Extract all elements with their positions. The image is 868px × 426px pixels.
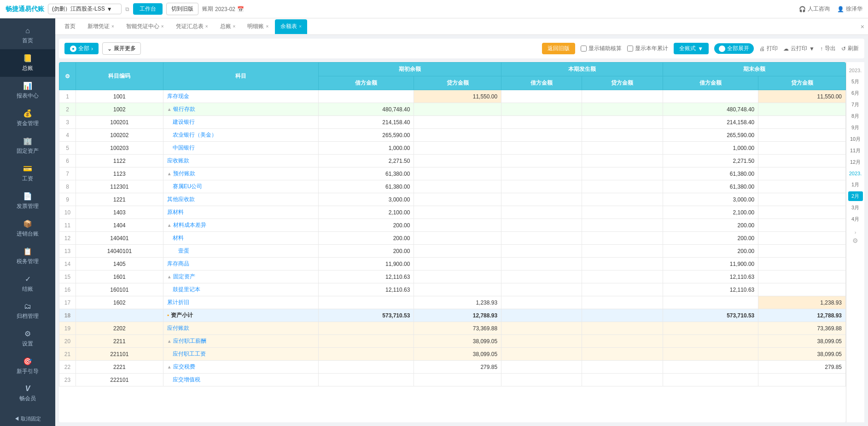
account-name-link[interactable]: 应交税费 [173,363,195,370]
tab-voucher-add[interactable]: 新增凭证 × [82,19,120,34]
row-name[interactable]: 建设银行 [163,116,318,129]
sidebar-item-purchase[interactable]: 📦 进销台账 [0,215,55,242]
expand-button[interactable]: ⌄ 展开更多 [102,42,141,55]
tab-balance-sheet[interactable]: 余额表 × [275,19,307,34]
month-11[interactable]: 11月 [848,146,863,155]
row-name[interactable]: 应付账款 [163,322,318,335]
tab-balance-sheet-close[interactable]: × [299,24,302,29]
row-name[interactable]: 应交增值税 [163,374,318,386]
sidebar-item-settings[interactable]: ⚙ 设置 [0,325,55,352]
row-name[interactable]: 壹蛋 [163,245,318,258]
expand-row-icon[interactable]: ▲ [167,364,172,369]
row-name[interactable]: 中国银行 [163,142,318,155]
workbench-button[interactable]: 工作台 [133,3,163,15]
company-selector[interactable]: (勿删）江西股圣-LSS ▼ [48,4,122,14]
month-7[interactable]: 7月 [848,100,863,109]
show-ytd-checkbox[interactable]: 显示本年累计 [627,45,668,52]
cloud-print-button[interactable]: ☁ 云打印 ▼ [783,45,815,52]
account-name-link[interactable]: 壹蛋 [178,248,189,254]
row-name[interactable]: 库存商品 [163,258,318,271]
unpin-button[interactable]: ◀ 取消固定 [0,412,55,426]
month-8[interactable]: 8月 [848,111,863,121]
sidebar-item-home[interactable]: ⌂ 首页 [0,22,55,49]
return-old-button[interactable]: 返回旧版 [542,43,575,54]
copy-icon[interactable]: ⧉ [125,6,129,12]
row-name[interactable]: 鼓提里记本 [163,283,318,296]
tab-detailed-ledger[interactable]: 明细账 × [242,19,274,34]
month-6[interactable]: 6月 [848,88,863,98]
month-12[interactable]: 12月 [848,157,863,167]
tab-general-ledger-close[interactable]: × [233,24,236,29]
month-9[interactable]: 9月 [848,123,863,132]
month-5[interactable]: 5月 [848,77,863,86]
account-name-link[interactable]: 中国银行 [173,144,195,151]
month-1[interactable]: 1月 [848,180,863,190]
all-button[interactable]: ● 全部 › [64,43,99,54]
tab-bar-close[interactable]: × [861,23,864,30]
show-ytd-input[interactable] [627,46,633,52]
row-name[interactable]: ▲ 应交税费 [163,361,318,374]
account-name-link[interactable]: 预付账款 [173,170,195,177]
expand-row-icon[interactable]: ▲ [167,171,172,176]
row-name[interactable]: ▲ 应付职工薪酬 [163,335,318,348]
show-aux-checkbox[interactable]: 显示辅助核算 [581,45,622,52]
sidebar-item-invoice[interactable]: 📄 发票管理 [0,187,55,215]
row-name[interactable]: ▲ 材料成本差异 [163,219,318,232]
row-name[interactable]: 应付职工工资 [163,348,318,361]
month-4[interactable]: 4月 [848,214,863,224]
row-name[interactable]: 原材料 [163,206,318,219]
sidebar-item-archive[interactable]: 🗂 归档管理 [0,298,55,325]
row-name[interactable]: ▲ 预付账款 [163,167,318,180]
sidebar-item-fixed-assets[interactable]: 🏢 固定资产 [0,132,55,160]
row-name[interactable]: 累计折旧 [163,296,318,309]
account-name-link[interactable]: 库存商品 [167,260,189,267]
expand-row-icon[interactable]: ▲ [167,107,172,112]
account-name-link[interactable]: 赛属EU公司 [173,183,203,190]
print-button[interactable]: 🖨 打印 [759,45,778,52]
row-name[interactable]: 应收账款 [163,155,318,167]
sidebar-item-tax[interactable]: 📋 税务管理 [0,242,55,270]
export-button[interactable]: ↑ 导出 [820,45,836,52]
account-name-link[interactable]: 累计折旧 [167,299,189,305]
tab-voucher-summary-close[interactable]: × [205,24,208,29]
sidebar-item-member[interactable]: V 畅会员 [0,380,55,407]
account-name-link[interactable]: 库存现金 [167,93,189,99]
consult-button[interactable]: 🎧 人工咨询 [799,5,830,13]
month-3[interactable]: 3月 [848,203,863,213]
sidebar-item-checkout[interactable]: ✓ 结账 [0,270,55,298]
calendar-icon[interactable]: 📅 [237,6,244,12]
expand-all-toggle[interactable]: 全部展开 [714,43,754,54]
sidebar-item-capital[interactable]: 💰 资金管理 [0,104,55,132]
tab-smart-center-close[interactable]: × [161,24,164,29]
account-name-link[interactable]: 应收账款 [167,157,189,164]
user-button[interactable]: 👤 徐泽华 [837,5,862,13]
tab-home[interactable]: 首页 [59,19,81,34]
month-10[interactable]: 10月 [848,134,863,144]
account-name-link[interactable]: 应付职工薪酬 [173,338,206,344]
panel-collapse-icon[interactable]: › [855,230,856,235]
row-name[interactable]: 农业银行（美金） [163,129,318,142]
account-name-link[interactable]: 应付职工工资 [173,351,206,357]
expand-row-icon[interactable]: ▲ [167,339,172,344]
account-name-link[interactable]: 材料 [173,235,184,241]
sidebar-item-reports[interactable]: 📊 报表中心 [0,77,55,104]
row-name[interactable]: ▲ 银行存款 [163,103,318,116]
tab-smart-center[interactable]: 智能凭证中心 × [121,19,169,34]
row-name[interactable]: ▲ 固定资产 [163,271,318,283]
sidebar-item-ledger[interactable]: 📒 总账 [0,49,55,77]
tab-detailed-ledger-close[interactable]: × [266,24,268,29]
month-2[interactable]: 2月 [848,191,863,201]
expand-row-icon[interactable]: ▲ [167,274,172,279]
full-amount-button[interactable]: 全账式 ▼ [674,43,709,54]
panel-settings-icon[interactable]: ⚙ [852,237,858,244]
sidebar-item-payroll[interactable]: 💳 工资 [0,160,55,187]
tab-voucher-summary[interactable]: 凭证汇总表 × [170,19,214,34]
account-name-link[interactable]: 应付账款 [167,325,189,331]
refresh-button[interactable]: ↺ 刷新 [841,45,859,52]
old-version-button[interactable]: 切到旧版 [166,3,198,15]
account-name-link[interactable]: 银行存款 [173,106,195,112]
account-name-link[interactable]: 原材料 [167,209,184,215]
row-name[interactable]: 其他应收款 [163,193,318,206]
account-name-link[interactable]: 建设银行 [173,119,195,125]
account-name-link[interactable]: 鼓提里记本 [173,286,200,293]
